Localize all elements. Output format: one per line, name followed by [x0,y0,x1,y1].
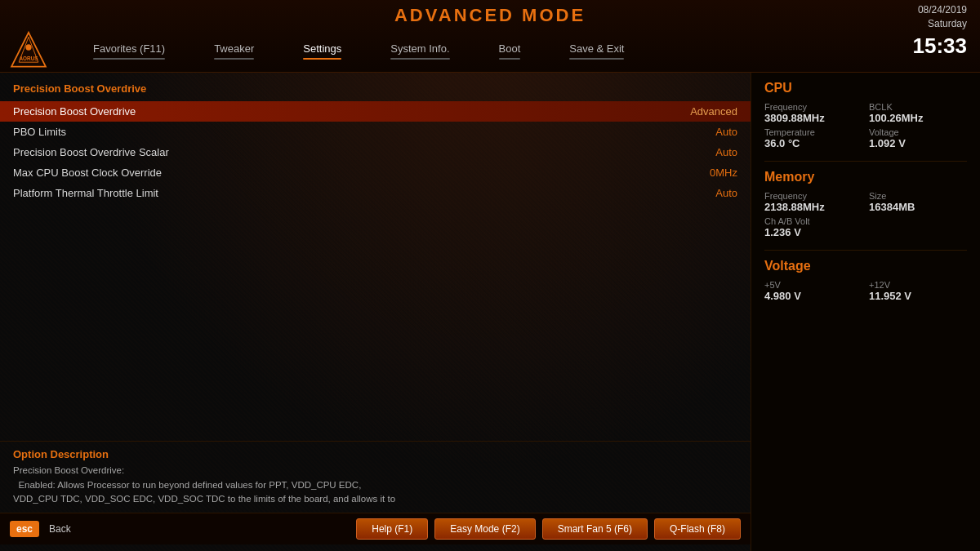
setting-value-cpu-boost: 0MHz [710,167,737,179]
tab-settings[interactable]: Settings [278,38,366,66]
setting-name-pbo: Precision Boost Overdrive [13,105,690,118]
mem-freq-value: 2138.88MHz [764,201,862,213]
aorus-logo: AORUS [8,31,49,72]
cpu-temp-value: 36.0 °C [764,137,862,149]
setting-row-thermal-throttle[interactable]: Platform Thermal Throttle Limit Auto [0,183,751,203]
mem-size-label: Size [869,191,967,201]
volt-12v-item: +12V 11.952 V [869,280,967,302]
cpu-bclk-value: 100.26MHz [869,112,967,124]
left-panel: Precision Boost Overdrive Precision Boos… [0,73,751,551]
memory-section: Memory Frequency 2138.88MHz Size 16384MB… [764,170,967,238]
cpu-bclk-label: BCLK [869,102,967,112]
datetime: 08/24/2019 Saturday 15:33 [913,3,968,60]
date-text: 08/24/2019 Saturday [918,4,967,29]
cpu-section: CPU Frequency 3809.88MHz BCLK 100.26MHz … [764,81,967,149]
voltage-grid: +5V 4.980 V +12V 11.952 V [764,280,967,302]
mem-size-item: Size 16384MB [869,191,967,213]
tab-sysinfo[interactable]: System Info. [366,38,474,66]
cpu-temp-item: Temperature 36.0 °C [764,127,862,149]
cpu-title: CPU [764,81,967,97]
volt-5v-item: +5V 4.980 V [764,280,862,302]
setting-row-cpu-boost[interactable]: Max CPU Boost Clock Override 0MHz [0,162,751,183]
option-desc-text: Precision Boost Overdrive: Enabled: Allo… [13,464,737,506]
cpu-volt-item: Voltage 1.092 V [869,127,967,149]
time-text: 15:33 [913,31,968,60]
setting-value-pbo-limits: Auto [715,126,737,138]
mem-freq-label: Frequency [764,191,862,201]
memory-title: Memory [764,170,967,186]
volt-5v-label: +5V [764,280,862,290]
tab-save-exit[interactable]: Save & Exit [545,38,648,66]
volt-5v-value: 4.980 V [764,290,862,302]
cpu-volt-label: Voltage [869,127,967,137]
mem-size-value: 16384MB [869,201,967,213]
setting-row-pbo-scalar[interactable]: Precision Boost Overdrive Scalar Auto [0,142,751,162]
cpu-mem-divider [764,161,967,162]
header: ADVANCED MODE 08/24/2019 Saturday 15:33 … [0,0,980,73]
volt-12v-label: +12V [869,280,967,290]
volt-12v-value: 11.952 V [869,290,967,302]
voltage-title: Voltage [764,259,967,275]
setting-name-cpu-boost: Max CPU Boost Clock Override [13,167,710,179]
cpu-grid: Frequency 3809.88MHz BCLK 100.26MHz Temp… [764,102,967,149]
cpu-bclk-item: BCLK 100.26MHz [869,102,967,124]
section-title: Precision Boost Overdrive [0,79,751,101]
setting-value-pbo-scalar: Auto [715,146,737,158]
nav-bar: AORUS Favorites (F11) Tweaker Settings S… [0,28,980,72]
setting-name-pbo-limits: PBO Limits [13,126,715,138]
qflash-button[interactable]: Q-Flash (F8) [654,518,741,540]
tab-tweaker[interactable]: Tweaker [189,38,278,66]
cpu-temp-label: Temperature [764,127,862,137]
logo-area: AORUS [8,31,52,72]
page-title: ADVANCED MODE [394,5,586,25]
svg-point-3 [25,44,31,50]
help-button[interactable]: Help (F1) [356,518,428,540]
setting-value-pbo: Advanced [690,105,737,118]
cpu-freq-value: 3809.88MHz [764,112,862,124]
nav-tabs: Favorites (F11) Tweaker Settings System … [69,38,972,66]
back-label: Back [49,523,71,535]
easy-mode-button[interactable]: Easy Mode (F2) [434,518,535,540]
setting-row-pbo[interactable]: Precision Boost Overdrive Advanced [0,101,751,122]
smart-fan-button[interactable]: Smart Fan 5 (F6) [542,518,648,540]
setting-value-thermal-throttle: Auto [715,187,737,199]
title-bar: ADVANCED MODE 08/24/2019 Saturday 15:33 [0,0,980,28]
mem-chab-label: Ch A/B Volt [764,216,967,226]
mem-freq-item: Frequency 2138.88MHz [764,191,862,213]
voltage-section: Voltage +5V 4.980 V +12V 11.952 V [764,259,967,302]
bottom-bar: esc Back Help (F1) Easy Mode (F2) Smart … [0,513,751,544]
cpu-freq-label: Frequency [764,102,862,112]
tab-boot[interactable]: Boot [474,38,546,66]
cpu-volt-value: 1.092 V [869,137,967,149]
setting-name-thermal-throttle: Platform Thermal Throttle Limit [13,187,715,199]
memory-grid: Frequency 2138.88MHz Size 16384MB Ch A/B… [764,191,967,238]
esc-button[interactable]: esc [10,521,39,537]
option-desc: Option Description Precision Boost Overd… [0,441,751,513]
tab-favorites[interactable]: Favorites (F11) [69,38,189,66]
setting-name-pbo-scalar: Precision Boost Overdrive Scalar [13,146,715,158]
cpu-freq-item: Frequency 3809.88MHz [764,102,862,124]
settings-list: Precision Boost Overdrive Advanced PBO L… [0,101,751,441]
mem-chab-value: 1.236 V [764,226,967,238]
mem-chab-item: Ch A/B Volt 1.236 V [764,216,967,238]
setting-row-pbo-limits[interactable]: PBO Limits Auto [0,122,751,142]
svg-text:AORUS: AORUS [20,56,38,61]
main-content: Precision Boost Overdrive Precision Boos… [0,73,980,551]
right-panel: CPU Frequency 3809.88MHz BCLK 100.26MHz … [751,73,980,551]
mem-volt-divider [764,250,967,251]
option-desc-title: Option Description [13,448,737,460]
